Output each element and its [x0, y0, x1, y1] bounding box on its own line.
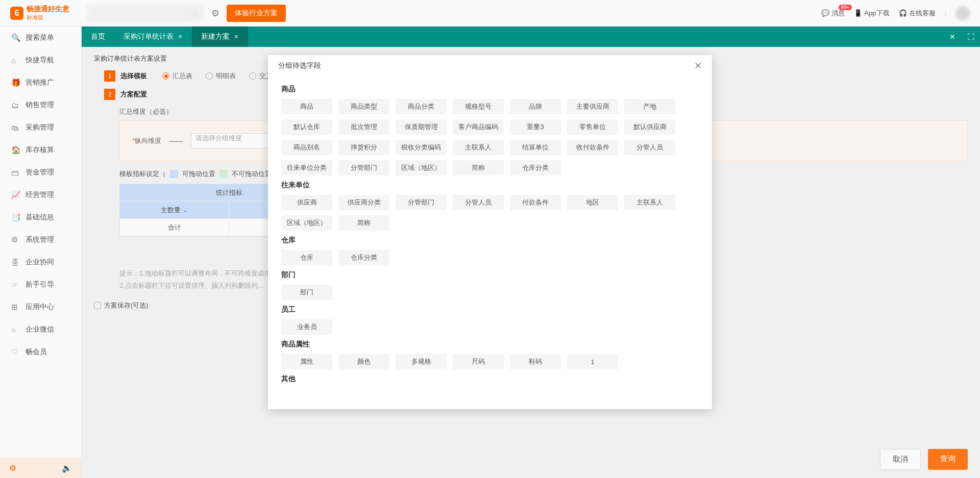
group-title-4: 员工	[281, 305, 699, 314]
field-tag[interactable]: 仓库分类	[338, 250, 389, 265]
field-tag[interactable]: 零售单位	[567, 119, 618, 135]
field-tag[interactable]: 简称	[453, 160, 504, 175]
group-title-6: 其他	[281, 374, 699, 384]
field-tag[interactable]: 产地	[624, 99, 675, 114]
field-tag[interactable]: 默认仓库	[281, 119, 332, 135]
field-tag[interactable]: 1	[567, 354, 618, 369]
field-tag[interactable]: 商品类型	[338, 99, 389, 114]
modal-scroll-x[interactable]	[268, 400, 712, 409]
field-tag[interactable]: 商品	[281, 99, 332, 114]
field-tag[interactable]: 商品别名	[281, 140, 332, 155]
field-tag[interactable]: 保质期管理	[396, 119, 447, 135]
field-tag[interactable]: 供应商分类	[338, 195, 389, 210]
field-tag[interactable]: 结算单位	[510, 140, 561, 155]
field-tag[interactable]: 颜色	[338, 354, 389, 369]
field-tag[interactable]: 属性	[281, 354, 332, 369]
field-tag[interactable]: 简称	[338, 215, 389, 231]
field-tag[interactable]: 品牌	[510, 99, 561, 114]
field-tag[interactable]: 往来单位分类	[281, 160, 332, 175]
field-tag[interactable]: 默认供应商	[624, 119, 675, 135]
field-tag[interactable]: 摔货积分	[338, 140, 389, 155]
tag-row-4: 业务员	[281, 319, 699, 335]
tag-row-3: 部门	[281, 285, 699, 300]
field-tag[interactable]: 供应商	[281, 195, 332, 210]
field-tag[interactable]: 税收分类编码	[396, 140, 447, 155]
field-tag[interactable]: 商品分类	[396, 99, 447, 114]
field-tag[interactable]: 分管部门	[338, 160, 389, 175]
field-tag[interactable]: 多规格	[396, 354, 447, 369]
field-tag[interactable]: 分管人员	[453, 195, 504, 210]
tag-row-5: 属性颜色多规格尺码鞋码1	[281, 354, 699, 369]
field-tag[interactable]: 客户商品编码	[453, 119, 504, 135]
group-title-2: 仓库	[281, 236, 699, 245]
modal-header: 分组待选字段 ✕	[268, 55, 712, 77]
field-tag[interactable]: 区域（地区）	[281, 215, 332, 231]
tag-row-1: 供应商供应商分类分管部门分管人员付款条件地区主联系人区域（地区）简称	[281, 195, 699, 231]
field-tag[interactable]: 分管人员	[624, 140, 675, 155]
field-tag[interactable]: 鞋码	[510, 354, 561, 369]
modal-title: 分组待选字段	[278, 61, 321, 70]
field-tag[interactable]: 尺码	[453, 354, 504, 369]
field-tag[interactable]: 部门	[281, 285, 332, 300]
group-title-0: 商品	[281, 85, 699, 94]
field-tag[interactable]: 批次管理	[338, 119, 389, 135]
tag-row-0: 商品商品类型商品分类规格型号品牌主要供应商产地默认仓库批次管理保质期管理客户商品…	[281, 99, 699, 175]
field-tag[interactable]: 分管部门	[396, 195, 447, 210]
tag-row-2: 仓库仓库分类	[281, 250, 699, 265]
field-selector-modal: 分组待选字段 ✕ 商品商品商品类型商品分类规格型号品牌主要供应商产地默认仓库批次…	[268, 55, 712, 409]
field-tag[interactable]: 仓库	[281, 250, 332, 265]
field-tag[interactable]: 重量3	[510, 119, 561, 135]
field-tag[interactable]: 主联系人	[624, 195, 675, 210]
field-tag[interactable]: 主要供应商	[567, 99, 618, 114]
field-tag[interactable]: 收付款条件	[567, 140, 618, 155]
field-tag[interactable]: 业务员	[281, 319, 332, 335]
field-tag[interactable]: 区域（地区）	[396, 160, 447, 175]
close-icon[interactable]: ✕	[694, 60, 702, 71]
field-tag[interactable]: 主联系人	[453, 140, 504, 155]
modal-body: 商品商品商品类型商品分类规格型号品牌主要供应商产地默认仓库批次管理保质期管理客户…	[268, 77, 712, 400]
group-title-5: 商品属性	[281, 340, 699, 349]
field-tag[interactable]: 地区	[567, 195, 618, 210]
group-title-1: 往来单位	[281, 181, 699, 190]
field-tag[interactable]: 规格型号	[453, 99, 504, 114]
group-title-3: 部门	[281, 270, 699, 280]
field-tag[interactable]: 付款条件	[510, 195, 561, 210]
field-tag[interactable]: 仓库分类	[510, 160, 561, 175]
